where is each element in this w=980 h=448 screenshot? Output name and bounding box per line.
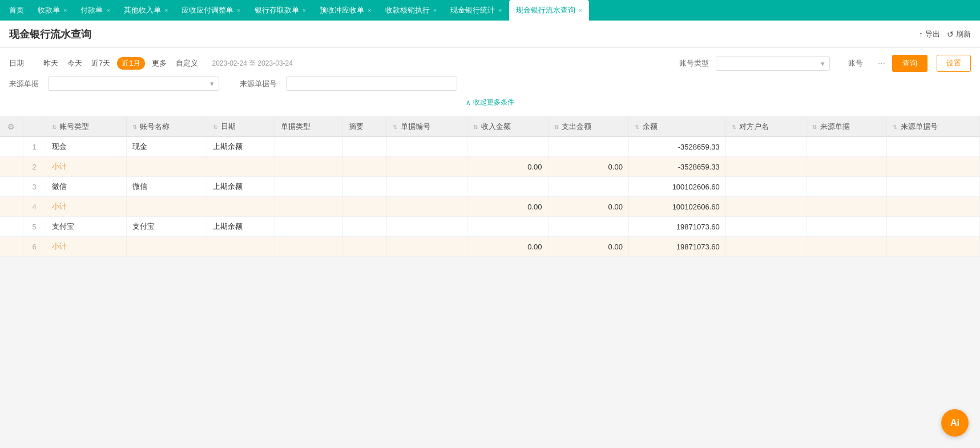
collapse-bar[interactable]: ∧ 收起更多条件 xyxy=(9,95,971,110)
chevron-down-icon: ▾ xyxy=(210,79,214,88)
td-settings xyxy=(0,217,23,237)
table-row[interactable]: 5支付宝支付宝上期余额19871073.60 xyxy=(0,217,980,237)
td-counterparty xyxy=(725,157,806,177)
td-settings xyxy=(0,177,23,197)
date-shortcut-custom[interactable]: 自定义 xyxy=(174,57,200,70)
close-icon[interactable]: × xyxy=(303,7,306,14)
nav-prepay-offset[interactable]: 预收冲应收单 × xyxy=(313,0,378,21)
date-label: 日期 xyxy=(9,58,32,68)
date-shortcut-today[interactable]: 今天 xyxy=(65,57,84,70)
settings-button[interactable]: 设置 xyxy=(937,55,971,72)
nav-receipt-exec[interactable]: 收款核销执行 × xyxy=(378,0,443,21)
source-doc-num-input[interactable] xyxy=(286,76,457,91)
td-settings xyxy=(0,137,23,157)
th-account-name[interactable]: ⇅ 账号名称 xyxy=(126,117,207,137)
td-doc-type xyxy=(275,197,343,217)
th-doc-num[interactable]: ⇅ 单据编号 xyxy=(386,117,467,137)
account-type-select[interactable]: ▾ xyxy=(716,56,830,71)
td-source-doc xyxy=(806,157,887,177)
close-icon[interactable]: × xyxy=(164,7,168,14)
td-counterparty xyxy=(725,137,806,157)
date-shortcut-7days[interactable]: 近7天 xyxy=(89,57,112,70)
query-button[interactable]: 查询 xyxy=(892,55,927,72)
td-doc-num xyxy=(386,157,467,177)
close-icon[interactable]: × xyxy=(237,7,240,14)
td-expense xyxy=(548,177,628,197)
nav-home[interactable]: 首页 xyxy=(2,0,31,21)
td-account-name: 微信 xyxy=(126,177,207,197)
th-doc-type: 单据类型 xyxy=(275,117,343,137)
account-type-label: 账号类型 xyxy=(679,58,709,68)
td-doc-num xyxy=(386,237,467,257)
td-doc-type xyxy=(275,157,343,177)
gear-icon[interactable]: ⚙ xyxy=(7,122,15,131)
table-body: 1现金现金上期余额-3528659.332小计0.000.00-3528659.… xyxy=(0,137,980,257)
top-nav: 首页 收款单 × 付款单 × 其他收入单 × 应收应付调整单 × 银行存取款单 … xyxy=(0,0,980,21)
nav-ar-ap-adjust[interactable]: 应收应付调整单 × xyxy=(175,0,247,21)
filter-area: 日期 昨天 今天 近7天 近1月 更多 自定义 2023-02-24 至 202… xyxy=(0,48,980,117)
td-row-num: 6 xyxy=(23,237,46,257)
close-icon[interactable]: × xyxy=(498,7,502,14)
export-icon: ↑ xyxy=(919,30,923,39)
th-source-doc[interactable]: ⇅ 来源单据 xyxy=(806,117,887,137)
td-expense xyxy=(548,137,628,157)
nav-receipt[interactable]: 收款单 × xyxy=(31,0,74,21)
td-account-type: 小计 xyxy=(46,157,126,177)
td-income: 0.00 xyxy=(467,157,548,177)
account-label: 账号 xyxy=(848,58,871,68)
td-doc-type xyxy=(275,137,343,157)
td-account-type: 小计 xyxy=(46,197,126,217)
close-icon[interactable]: × xyxy=(433,7,437,14)
close-icon[interactable]: × xyxy=(579,7,582,14)
export-button[interactable]: ↑ 导出 xyxy=(919,29,940,39)
nav-bank-deposit[interactable]: 银行存取款单 × xyxy=(248,0,313,21)
th-expense[interactable]: ⇅ 支出金额 xyxy=(548,117,628,137)
sort-icon: ⇅ xyxy=(52,124,57,130)
th-account-type[interactable]: ⇅ 账号类型 xyxy=(46,117,126,137)
source-doc-num-label: 来源单据号 xyxy=(240,79,277,89)
td-income xyxy=(467,177,548,197)
close-icon[interactable]: × xyxy=(106,7,110,14)
td-balance: 100102606.60 xyxy=(628,197,725,217)
th-source-doc-num[interactable]: ⇅ 来源单据号 xyxy=(887,117,980,137)
nav-cash-bank-stat[interactable]: 现金银行统计 × xyxy=(443,0,509,21)
td-income xyxy=(467,217,548,237)
refresh-button[interactable]: ↺ 刷新 xyxy=(947,29,971,39)
td-summary xyxy=(343,177,387,197)
close-icon[interactable]: × xyxy=(368,7,371,14)
source-doc-label: 来源单据 xyxy=(9,79,39,89)
td-account-type: 支付宝 xyxy=(46,217,126,237)
date-shortcut-yesterday[interactable]: 昨天 xyxy=(41,57,61,70)
td-date xyxy=(207,197,275,217)
table-row[interactable]: 2小计0.000.00-3528659.33 xyxy=(0,157,980,177)
refresh-icon: ↺ xyxy=(947,30,954,39)
page-title: 现金银行流水查询 xyxy=(9,27,91,41)
table-row[interactable]: 6小计0.000.0019871073.60 xyxy=(0,237,980,257)
table-row[interactable]: 1现金现金上期余额-3528659.33 xyxy=(0,137,980,157)
td-doc-type xyxy=(275,217,343,237)
close-icon[interactable]: × xyxy=(63,7,67,14)
nav-cash-bank-flow[interactable]: 现金银行流水查询 × xyxy=(509,0,589,21)
td-row-num: 1 xyxy=(23,137,46,157)
date-shortcuts: 昨天 今天 近7天 近1月 更多 自定义 xyxy=(41,57,200,70)
source-doc-select[interactable]: ▾ xyxy=(48,76,219,91)
td-expense xyxy=(548,217,628,237)
nav-other-income[interactable]: 其他收入单 × xyxy=(117,0,175,21)
account-ellipsis[interactable]: ··· xyxy=(878,58,885,68)
table-row[interactable]: 4小计0.000.00100102606.60 xyxy=(0,197,980,217)
td-source-doc-num xyxy=(887,237,980,257)
th-counterparty[interactable]: ⇅ 对方户名 xyxy=(725,117,806,137)
sort-icon: ⇅ xyxy=(393,124,397,130)
table-row[interactable]: 3微信微信上期余额100102606.60 xyxy=(0,177,980,197)
td-source-doc xyxy=(806,137,887,157)
th-settings[interactable]: ⚙ xyxy=(0,117,23,137)
date-shortcut-more[interactable]: 更多 xyxy=(150,57,169,70)
th-income[interactable]: ⇅ 收入金额 xyxy=(467,117,548,137)
td-source-doc xyxy=(806,237,887,257)
th-balance[interactable]: ⇅ 余额 xyxy=(628,117,725,137)
th-date[interactable]: ⇅ 日期 xyxy=(207,117,275,137)
date-shortcut-1month[interactable]: 近1月 xyxy=(117,57,145,70)
td-date: 上期余额 xyxy=(207,177,275,197)
td-account-name xyxy=(126,157,207,177)
nav-payment[interactable]: 付款单 × xyxy=(74,0,116,21)
